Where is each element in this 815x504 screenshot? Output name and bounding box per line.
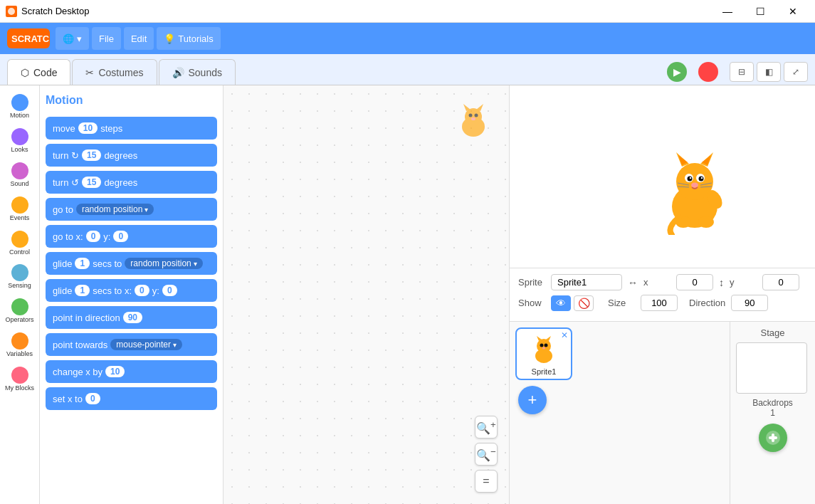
svg-point-7 — [469, 114, 473, 117]
svg-rect-39 — [769, 436, 777, 439]
tab-code[interactable]: ⬡ Code — [7, 59, 70, 85]
zoom-in-button[interactable]: 🔍+ — [475, 416, 498, 439]
globe-icon: 🌐 — [63, 33, 74, 44]
layout-stage-button[interactable]: ◧ — [757, 62, 781, 82]
stage-thumbnail[interactable] — [736, 342, 807, 394]
block-glide-xy[interactable]: glide 1 secs to x: 0 y: 0 — [46, 279, 217, 302]
stop-button[interactable] — [698, 62, 718, 82]
layout-fullscreen-button[interactable]: ⤢ — [784, 62, 808, 82]
sidebar-item-operators[interactable]: Operators — [3, 295, 37, 327]
sounds-tab-icon: 🔊 — [172, 67, 184, 78]
code-tab-icon: ⬡ — [21, 67, 29, 78]
green-flag-button[interactable]: ▶ — [667, 62, 687, 82]
svg-point-21 — [701, 177, 703, 179]
sidebar-item-motion[interactable]: Motion — [3, 91, 37, 122]
motion-label: Motion — [10, 112, 29, 120]
script-area[interactable]: 🔍+ 🔍− = — [224, 85, 509, 504]
sensing-label: Sensing — [8, 283, 31, 290]
sprite-thumbnail — [527, 332, 561, 366]
add-backdrop-button[interactable] — [759, 424, 787, 452]
sidebar-item-control[interactable]: Control — [3, 228, 37, 259]
svg-point-18 — [688, 177, 693, 182]
sprite-name-row: Sprite ↔ x ↕ y — [518, 274, 806, 290]
sidebar-item-events[interactable]: Events — [3, 194, 37, 225]
sidebar-item-sound[interactable]: Sound — [3, 159, 37, 191]
menu-bar: SCRATCH 🌐 ▾ File Edit 💡 Tutorials — [0, 23, 815, 54]
chevron-down-icon: ▾ — [77, 33, 82, 44]
svg-point-19 — [699, 177, 704, 182]
sidebar-item-looks[interactable]: Looks — [3, 125, 37, 157]
stage-canvas — [510, 85, 815, 268]
y-coord-input[interactable] — [762, 274, 799, 290]
tutorials-icon: 💡 — [164, 33, 175, 44]
sidebar-item-sensing[interactable]: Sensing — [3, 261, 37, 293]
layout-buttons: ⊟ ◧ ⤢ — [730, 62, 808, 82]
direction-input[interactable] — [731, 295, 768, 311]
fit-screen-button[interactable]: = — [475, 470, 498, 493]
language-button[interactable]: 🌐 ▾ — [56, 27, 89, 50]
show-visible-button[interactable]: 👁 — [551, 295, 571, 311]
add-sprite-button[interactable]: + — [518, 386, 547, 414]
svg-point-22 — [691, 183, 698, 188]
tab-costumes[interactable]: ✂ Costumes — [72, 59, 157, 85]
minimize-button[interactable]: — — [711, 0, 744, 23]
costumes-tab-icon: ✂ — [85, 67, 94, 78]
sound-label: Sound — [10, 181, 28, 188]
sprite-preview-thumbnail — [452, 100, 495, 142]
backdrops-label: Backdrops 1 — [736, 398, 809, 418]
sprite-card-sprite1[interactable]: ✕ Sprite1 — [515, 327, 572, 380]
block-change-x[interactable]: change x by 10 — [46, 360, 217, 383]
stage-top-controls: ▶ ⊟ ◧ ⤢ — [667, 62, 808, 85]
variables-label: Variables — [6, 351, 33, 358]
sprite-info-panel: Sprite ↔ x ↕ y Show 👁 🚫 Size Direction — [510, 268, 815, 322]
block-glide-random[interactable]: glide 1 secs to random position — [46, 252, 217, 275]
file-menu-button[interactable]: File — [92, 27, 121, 50]
close-button[interactable]: ✕ — [777, 0, 809, 23]
operators-label: Operators — [5, 317, 33, 324]
svg-point-36 — [542, 347, 545, 350]
zoom-out-button[interactable]: 🔍− — [475, 443, 498, 466]
scratch-logo: SCRATCH — [7, 28, 50, 48]
svg-point-28 — [698, 216, 714, 228]
sidebar-item-myblocks[interactable]: My Blocks — [3, 364, 37, 395]
blocks-panel: Motion move 10 steps turn ↻ 15 degrees t… — [40, 85, 224, 504]
svg-point-4 — [465, 108, 482, 125]
svg-point-0 — [8, 8, 15, 15]
sprite-name-input[interactable] — [551, 274, 622, 290]
events-label: Events — [10, 215, 30, 222]
edit-menu-button[interactable]: Edit — [124, 27, 154, 50]
stage-side-title: Stage — [736, 327, 809, 338]
x-coord-input[interactable] — [676, 274, 713, 290]
block-turn-cw[interactable]: turn ↻ 15 degrees — [46, 144, 217, 167]
visibility-toggles: 👁 🚫 — [551, 295, 594, 311]
svg-marker-6 — [476, 104, 483, 111]
block-move[interactable]: move 10 steps — [46, 117, 217, 140]
sprites-container: ✕ Sprite1 + — [510, 322, 730, 504]
svg-point-35 — [545, 344, 548, 347]
block-point-direction[interactable]: point in direction 90 — [46, 306, 217, 329]
zoom-in-icon: 🔍+ — [476, 419, 496, 435]
svg-text:SCRATCH: SCRATCH — [11, 33, 49, 44]
size-label: Size — [608, 298, 635, 308]
backdrops-count: 1 — [770, 408, 775, 418]
title-bar-controls: — ☐ ✕ — [711, 0, 809, 23]
block-turn-ccw[interactable]: turn ↺ 15 degrees — [46, 171, 217, 194]
svg-point-34 — [540, 344, 544, 347]
block-goto[interactable]: go to random position — [46, 198, 217, 221]
block-point-towards[interactable]: point towards mouse-pointer — [46, 333, 217, 356]
app-title: Scratch Desktop — [21, 6, 89, 16]
hide-button[interactable]: 🚫 — [574, 295, 594, 311]
tutorials-button[interactable]: 💡 Tutorials — [157, 27, 220, 50]
script-zoom-controls: 🔍+ 🔍− = — [475, 416, 498, 493]
sidebar-item-variables[interactable]: Variables — [3, 330, 37, 361]
zoom-out-icon: 🔍− — [476, 446, 496, 462]
tab-sounds[interactable]: 🔊 Sounds — [159, 59, 236, 85]
show-label: Show — [518, 298, 545, 308]
size-input[interactable] — [641, 295, 678, 311]
svg-marker-5 — [463, 104, 470, 111]
block-set-x[interactable]: set x to 0 — [46, 387, 217, 410]
maximize-button[interactable]: ☐ — [744, 0, 777, 23]
block-goto-xy[interactable]: go to x: 0 y: 0 — [46, 225, 217, 248]
delete-sprite-icon[interactable]: ✕ — [561, 330, 568, 340]
layout-split-button[interactable]: ⊟ — [730, 62, 754, 82]
